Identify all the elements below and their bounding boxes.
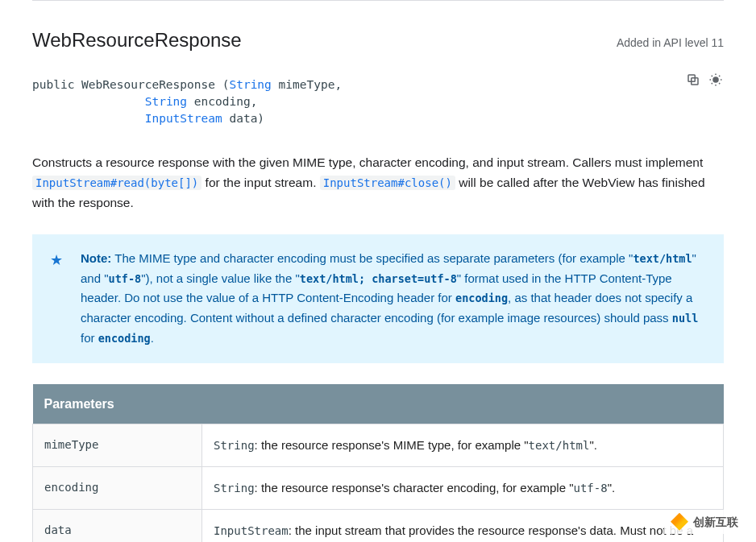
table-row: encoding String: the resource response's…: [33, 467, 724, 510]
note-callout: ★ Note: The MIME type and character enco…: [32, 234, 724, 363]
api-level-label: Added in API level 11: [617, 34, 724, 52]
method-title: WebResourceResponse: [32, 25, 242, 56]
param-desc: String: the resource response's MIME typ…: [202, 424, 724, 467]
watermark-logo-icon: [671, 513, 688, 531]
watermark: 创新互联: [664, 510, 745, 534]
link-inputstream-read[interactable]: InputStream#read(byte[]): [32, 176, 201, 190]
note-label: Note:: [81, 251, 111, 265]
param-desc: String: the resource response's characte…: [202, 467, 724, 510]
param-name: encoding: [33, 467, 202, 510]
param-desc: InputStream: the input stream that provi…: [202, 510, 724, 542]
type-link-string[interactable]: String: [229, 78, 271, 91]
section-header: WebResourceResponse Added in API level 1…: [32, 25, 724, 56]
star-icon: ★: [50, 249, 63, 273]
code-actions: [685, 72, 724, 88]
table-row: mimeType String: the resource response's…: [33, 424, 724, 467]
method-signature: public WebResourceResponse (String mimeT…: [32, 77, 724, 127]
watermark-text: 创新互联: [693, 513, 738, 531]
type-link-string[interactable]: String: [145, 95, 187, 108]
copy-icon[interactable]: [685, 72, 701, 88]
svg-point-2: [712, 77, 719, 84]
parameters-table: Parameters mimeType String: the resource…: [32, 384, 724, 542]
method-description: Constructs a resource response with the …: [32, 153, 724, 213]
table-row: data InputStream: the input stream that …: [33, 510, 724, 542]
param-name: mimeType: [33, 424, 202, 467]
parameters-header: Parameters: [33, 384, 724, 424]
param-name: data: [33, 510, 202, 542]
link-inputstream-close[interactable]: InputStream#close(): [320, 176, 455, 190]
top-divider: [32, 0, 724, 1]
type-link-inputstream[interactable]: InputStream: [145, 112, 222, 125]
signature-block: public WebResourceResponse (String mimeT…: [32, 77, 724, 127]
theme-toggle-icon[interactable]: [708, 72, 724, 88]
